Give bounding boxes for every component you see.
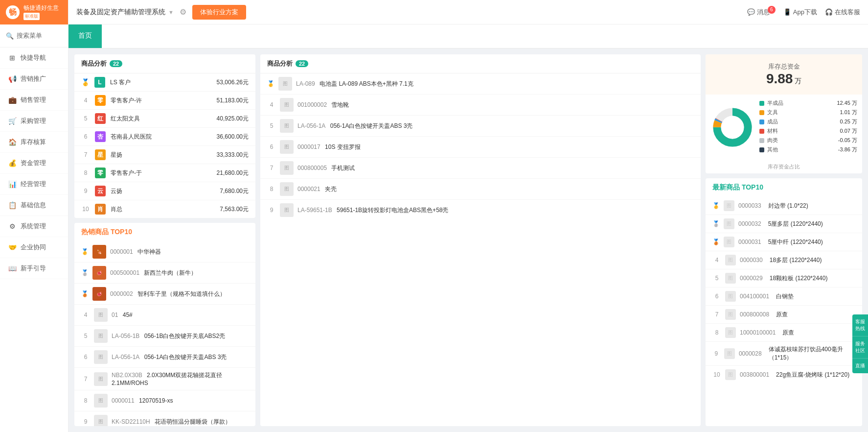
rank-num: 4 <box>267 101 276 108</box>
product-thumbnail: 🥩 <box>92 266 106 280</box>
search-menu-button[interactable]: 🔍 搜索菜单 <box>6 29 62 42</box>
legend-item: 成品 0.25 万 <box>759 118 857 125</box>
basic-info-icon: 📋 <box>8 201 17 209</box>
sidebar-item-label: 库存核算 <box>21 138 46 146</box>
sidebar-item-quick-nav[interactable]: ⊞ 快捷导航 <box>0 48 68 69</box>
product-code: 0000033 <box>738 202 761 209</box>
product-name: 056-1A白色按键开关盖ABS 3壳 <box>144 354 227 360</box>
rank-medal: 🥇 <box>81 78 90 86</box>
product-code: LA-056-1A <box>112 354 139 360</box>
product-row: 8 图 0000021 夹壳 <box>260 179 701 200</box>
new-product-thumb: 图 <box>724 200 734 211</box>
legend-value: 12.45 万 <box>837 99 857 107</box>
product-code: 0000011 <box>112 397 135 404</box>
col-mid: 商品分析 22 🥇 图 LA-089 电池盖 LA-089 ABS本色+黑种 7… <box>260 54 701 426</box>
tab-home-label: 首页 <box>78 31 92 39</box>
product-thumbnail: 图 <box>280 161 294 175</box>
legend-value: 1.01 万 <box>840 109 857 116</box>
chart-footer: 库存资金占比 <box>706 160 862 173</box>
rank-num: 9 <box>712 350 720 357</box>
product-row: 4 图 001000002 雪地靴 <box>260 95 701 116</box>
product-code: 0000030 <box>740 257 763 264</box>
inventory-icon: 🏠 <box>8 138 17 146</box>
product-row: 🥇 🍖 0000001 中华神器 <box>74 241 255 263</box>
search-label: 搜索菜单 <box>17 31 42 40</box>
rank-num: 7 <box>81 376 90 383</box>
customer-card-header: 商品分析 22 <box>74 54 255 73</box>
sidebar-item-operation[interactable]: 📊 经营管理 <box>0 174 68 195</box>
marketing-icon: 📢 <box>8 75 17 83</box>
product-code: 10000100001 <box>740 329 776 336</box>
new-products-title: 最新商品 TOP10 <box>712 183 763 192</box>
rank-num: 8 <box>81 397 90 404</box>
customer-name: 云扬 <box>111 187 215 195</box>
svg-point-5 <box>721 116 744 139</box>
product-code: 0000001 <box>110 248 133 255</box>
rank-num: 5 <box>267 122 276 129</box>
tab-home[interactable]: 首页 <box>69 24 102 48</box>
sidebar-item-label: 基础信息 <box>21 201 46 210</box>
sidebar-item-marketing[interactable]: 📢 营销推广 <box>0 69 68 90</box>
customer-amount: 53,006.26元 <box>217 78 249 87</box>
new-products-card: 最新商品 TOP10 🥇 图 0000033 封边带 (1.0*22) 🥈 图 <box>706 178 862 426</box>
sidebar-item-cooperation[interactable]: 🤝 企业协同 <box>0 237 68 258</box>
product-code: 001000002 <box>297 101 327 108</box>
sidebar-item-basic-info[interactable]: 📋 基础信息 <box>0 195 68 216</box>
sidebar-item-purchase[interactable]: 🛒 采购管理 <box>0 111 68 132</box>
product-info: LA-59651-1B 59651-1B旋转投影灯电池盒ABS黑色+58壳 <box>297 206 694 215</box>
customer-avatar: L <box>94 77 105 88</box>
legend-label: 成品 <box>767 118 837 125</box>
rank-num: 5 <box>81 115 90 122</box>
legend-item: 肉类 -0.05 万 <box>759 137 857 144</box>
hot-products-title: 热销商品 TOP10 <box>81 228 132 237</box>
product-code: 0000031 <box>738 239 761 245</box>
inventory-total-label: 库存总资金 <box>710 62 857 71</box>
sidebar-item-finance[interactable]: 💰 资金管理 <box>0 153 68 174</box>
product-row: 9 图 KK-SD22110H 花语萌恒温分腿睡袋（厚款） <box>74 411 255 426</box>
top-sales-list: 🥇 图 LA-089 电池盖 LA-089 ABS本色+黑种 7.1克 4 图 <box>260 73 701 220</box>
legend-value: 0.25 万 <box>840 118 857 125</box>
float-service-community[interactable]: 服务 社区 <box>852 336 868 359</box>
sidebar-item-new-guide[interactable]: 📖 新手引导 <box>0 258 68 279</box>
sidebar-item-label: 新手引导 <box>21 264 46 273</box>
new-product-thumb: 图 <box>725 309 736 320</box>
sidebar: 畅 畅捷通好生意 标准版 🔍 搜索菜单 ⊞ 快捷导航 📢 营销推广 💼 销售管理… <box>0 0 69 432</box>
rank-num: 8 <box>712 329 721 336</box>
new-product-thumb: 图 <box>724 348 735 359</box>
rank-num: 6 <box>267 144 276 150</box>
sidebar-item-system[interactable]: ⚙ 系统管理 <box>0 216 68 237</box>
rank-medal: 🥉 <box>81 290 89 297</box>
product-name: 056-1A白色按键开关盖ABS 3壳 <box>330 122 413 129</box>
sidebar-item-sales[interactable]: 💼 销售管理 <box>0 90 68 111</box>
sidebar-item-label: 系统管理 <box>21 222 46 231</box>
customer-analysis-card: 商品分析 22 🥇 L LS 客户 53,006.26元 4 <box>74 54 255 218</box>
message-button[interactable]: 💬 消息 6 <box>747 8 776 17</box>
rank-num: 8 <box>267 186 276 192</box>
app-download-label: App下载 <box>793 8 817 17</box>
rank-num: 7 <box>267 165 276 171</box>
float-service-hotline[interactable]: 客服 热线 <box>852 314 868 336</box>
trial-button[interactable]: 体验行业方案 <box>192 5 246 20</box>
sidebar-item-inventory[interactable]: 🏠 库存核算 <box>0 132 68 153</box>
product-name: 封边带 (1.0*22) <box>768 202 808 210</box>
hot-products-header: 热销商品 TOP10 <box>74 223 255 241</box>
new-product-row: 5 图 0000029 18颗粒板 (1220*2440) <box>706 269 862 288</box>
new-product-row: 8 图 10000100001 原查 <box>706 324 862 342</box>
top-sales-header: 商品分析 22 <box>260 54 701 73</box>
product-code: 01 <box>112 312 118 318</box>
online-service-button[interactable]: 🎧 在线客服 <box>825 8 860 17</box>
product-row: 🥉 🥩 0000002 智利车子里（规格不知道填什么） <box>74 284 255 305</box>
rank-num: 10 <box>81 206 90 213</box>
rank-num: 7 <box>712 311 721 318</box>
product-code: 0000028 <box>739 350 762 357</box>
app-download-button[interactable]: 📱 App下载 <box>783 8 817 17</box>
main-grid: 商品分析 22 🥇 L LS 客户 53,006.26元 4 <box>69 48 868 432</box>
product-thumbnail: 🥩 <box>92 287 106 301</box>
inventory-total: 库存总资金 9.88 万 <box>706 54 862 95</box>
settings-icon[interactable]: ⚙ <box>180 7 186 17</box>
sidebar-search-area[interactable]: 🔍 搜索菜单 <box>0 24 68 48</box>
legend-item: 半成品 12.45 万 <box>759 99 857 107</box>
product-row: 8 图 0000011 12070519-xs <box>74 390 255 411</box>
product-info: 0000021 夹壳 <box>297 185 694 193</box>
float-service-live[interactable]: 直播 <box>852 359 868 373</box>
